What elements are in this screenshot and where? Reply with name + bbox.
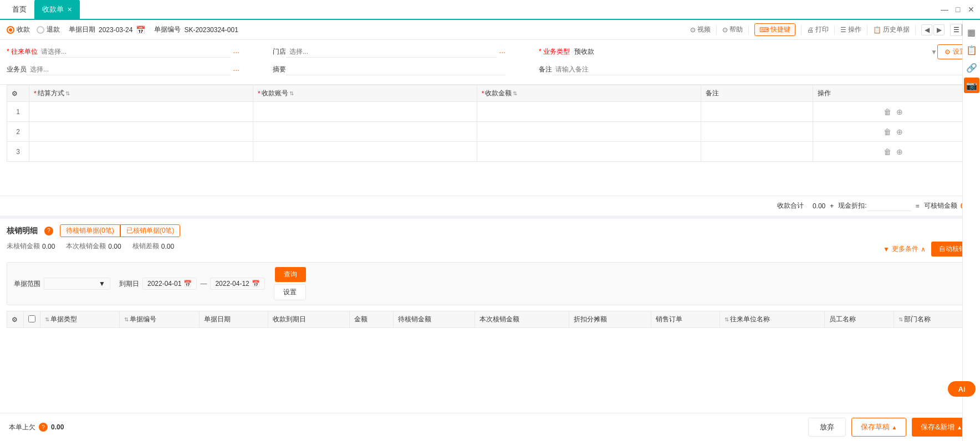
history-icon: 📋	[873, 26, 881, 34]
abandon-button[interactable]: 放弃	[808, 418, 846, 437]
salesperson-field: 业务员 ···	[7, 64, 239, 75]
uncancelled-stat: 未核销金额 0.00	[7, 242, 55, 251]
minimize-button[interactable]: —	[940, 5, 949, 14]
date-to-value: 2022-04-12	[215, 280, 249, 288]
counterpart-more-icon[interactable]: ···	[233, 48, 239, 57]
copy-icon-3[interactable]: ⊕	[896, 147, 903, 156]
th-discount: 折扣分摊额	[569, 311, 651, 328]
tab-completed[interactable]: 已核销单据(0笔)	[120, 224, 181, 237]
business-type-select[interactable]: 预收款 ▼	[570, 47, 937, 57]
summary-input[interactable]	[286, 64, 506, 75]
radio-receipt-dot	[7, 26, 14, 34]
filter-settings-btn[interactable]: 设置	[274, 284, 306, 300]
sidebar-link-icon[interactable]: 🔗	[964, 60, 979, 75]
amount-cell-3[interactable]	[477, 142, 701, 162]
account-cell-3[interactable]	[253, 142, 477, 162]
help-btn[interactable]: ⊙ 帮助	[722, 25, 743, 34]
account-cell-1[interactable]	[253, 102, 477, 122]
counterpart-field: * 往来单位 ···	[7, 46, 239, 58]
form-row-2: 业务员 ··· 摘要 备注	[7, 64, 973, 75]
counterpart-label: * 往来单位	[7, 47, 38, 57]
select-all-checkbox[interactable]	[28, 315, 35, 322]
tab-pending[interactable]: 待核销单据(0笔)	[60, 224, 120, 237]
diff-label: 核销差额	[132, 242, 159, 251]
th-dept: ⇅部门名称	[894, 311, 973, 328]
filter-row: 单据范围 ▼ 到期日 2022-04-01 📅 — 2022-04-12 📅	[7, 262, 973, 305]
th-pending: 待核销金额	[393, 311, 474, 328]
remark-cell-1[interactable]	[701, 102, 813, 122]
salesperson-input[interactable]	[27, 64, 231, 75]
remark-cell-2[interactable]	[701, 122, 813, 142]
verify-info-icon[interactable]: ?	[44, 227, 53, 235]
store-more-icon[interactable]: ···	[499, 48, 506, 57]
settlement-cell-2[interactable]	[29, 122, 253, 142]
close-window-button[interactable]: ✕	[967, 5, 976, 14]
row-num-1: 1	[7, 102, 29, 122]
action-cell-3: 🗑 ⊕	[813, 142, 973, 162]
ai-badge[interactable]: Ai	[948, 381, 976, 397]
settlement-cell-1[interactable]	[29, 102, 253, 122]
store-input[interactable]	[286, 46, 497, 58]
tab-home[interactable]: 首页	[4, 0, 34, 19]
radio-refund-dot	[37, 26, 44, 34]
delete-icon-1[interactable]: 🗑	[884, 107, 891, 116]
radio-refund-label: 退款	[47, 25, 60, 34]
table-settings-icon-2[interactable]: ⚙	[12, 316, 18, 324]
radio-receipt[interactable]: 收款	[7, 25, 30, 34]
save-draft-button[interactable]: 保存草稿 ▲	[851, 418, 907, 437]
radio-refund[interactable]: 退款	[37, 25, 60, 34]
more-filter-btn[interactable]: ▼ 更多条件 ∧	[883, 244, 926, 254]
delete-icon-2[interactable]: 🗑	[884, 127, 891, 136]
salesperson-more-icon[interactable]: ···	[233, 65, 239, 74]
amount-cell-2[interactable]	[477, 122, 701, 142]
remark-field: 备注	[539, 64, 973, 75]
operation-btn[interactable]: ☰ 操作	[840, 25, 861, 34]
date-to-input[interactable]: 2022-04-12 📅	[210, 278, 264, 290]
th-amount: * 收款金额 ⇅	[477, 85, 701, 102]
settlement-cell-3[interactable]	[29, 142, 253, 162]
account-cell-2[interactable]	[253, 122, 477, 142]
tab-close-icon[interactable]: ✕	[67, 6, 72, 13]
tab-pending-label: 待核销单据(0笔)	[66, 227, 114, 234]
print-btn[interactable]: 🖨 打印	[807, 25, 829, 34]
remark-cell-3[interactable]	[701, 142, 813, 162]
shortcut-label: 快捷键	[770, 25, 790, 34]
amount-cell-1[interactable]	[477, 102, 701, 122]
save-draft-label: 保存草稿	[861, 422, 890, 432]
shortcut-btn[interactable]: ⌨ 快捷键	[754, 23, 795, 36]
nav-next[interactable]: ▶	[933, 24, 945, 35]
nav-prev[interactable]: ◀	[921, 24, 932, 35]
stat-info-icon[interactable]: ?	[39, 423, 48, 432]
sidebar-table-icon[interactable]: ▦	[964, 24, 979, 40]
remark-input[interactable]	[552, 64, 973, 75]
maximize-button[interactable]: □	[953, 5, 962, 14]
verify-stats: 未核销金额 0.00 本次核销金额 0.00 核销差额 0.00	[7, 242, 174, 251]
delete-icon-3[interactable]: 🗑	[884, 147, 891, 156]
copy-icon-1[interactable]: ⊕	[896, 107, 903, 116]
date-label: 单据日期	[69, 25, 95, 34]
date-calendar-icon[interactable]: 📅	[136, 25, 145, 34]
date-range-filter: 到期日 2022-04-01 📅 — 2022-04-12 📅	[119, 278, 265, 290]
sidebar-doc-icon[interactable]: 📋	[964, 42, 979, 58]
summary-field: 摘要	[273, 64, 506, 75]
row-num-3: 3	[7, 142, 29, 162]
video-btn[interactable]: ⊙ 视频	[690, 25, 711, 34]
date-from-input[interactable]: 2022-04-01 📅	[142, 278, 197, 290]
help-label: 帮助	[729, 25, 743, 34]
history-btn[interactable]: 📋 历史单据	[873, 25, 910, 34]
save-new-dropdown-icon: ▲	[957, 424, 962, 430]
tab-receipt[interactable]: 收款单 ✕	[34, 0, 80, 19]
range-select[interactable]: ▼	[44, 278, 110, 290]
form-row-1: * 往来单位 ··· 门店 ··· * 业务类型 预收款 ▼ ⚙	[7, 44, 973, 59]
copy-icon-2[interactable]: ⊕	[896, 127, 903, 136]
sidebar-screenshot-icon[interactable]: 📷	[964, 78, 979, 93]
bottom-table-container: ⚙ ⇅单据类型 ⇅单据编号 单据日期	[7, 311, 973, 328]
query-btn[interactable]: 查询	[275, 267, 306, 282]
business-type-value: 预收款	[574, 47, 594, 57]
table-settings-icon[interactable]: ⚙	[12, 90, 18, 98]
number-label: 单据编号	[154, 25, 181, 34]
date-value: 2023-03-24	[99, 26, 132, 34]
counterpart-input[interactable]	[38, 46, 231, 58]
discount-input[interactable]	[867, 201, 911, 211]
layout-list-btn[interactable]: ☰	[951, 24, 962, 35]
